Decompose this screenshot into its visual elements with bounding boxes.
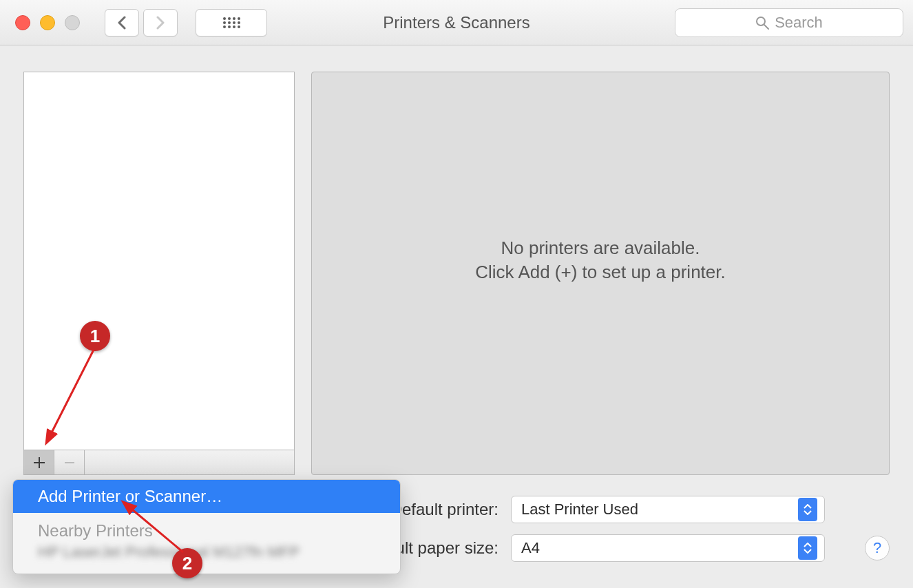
svg-point-5: [228, 21, 231, 24]
annotation-badge-2: 2: [172, 548, 202, 578]
info-line-1: No printers are available.: [501, 236, 700, 260]
svg-point-11: [238, 25, 240, 28]
menu-item-add-printer-or-scanner[interactable]: Add Printer or Scanner…: [13, 480, 400, 513]
svg-point-2: [233, 17, 235, 20]
titlebar: Printers & Scanners Search: [0, 0, 913, 45]
printer-list[interactable]: [23, 72, 295, 450]
info-panel: No printers are available. Click Add (+)…: [311, 72, 890, 475]
menu-heading-nearby-printers: Nearby Printers: [13, 513, 400, 543]
chevron-right-icon: [156, 16, 165, 30]
minus-icon: [63, 456, 76, 469]
paper-size-dropdown[interactable]: A4: [511, 534, 825, 562]
grid-icon: [222, 17, 240, 29]
annotation-badge-1: 1: [80, 321, 110, 351]
svg-point-7: [238, 21, 240, 24]
back-button[interactable]: [105, 9, 139, 36]
info-line-2: Click Add (+) to set up a printer.: [475, 260, 725, 284]
dropdown-arrows-icon: [798, 498, 817, 521]
remove-printer-button: [54, 450, 85, 474]
svg-point-12: [757, 17, 765, 25]
close-button[interactable]: [15, 15, 30, 30]
svg-line-13: [764, 25, 768, 29]
list-toolbar: [23, 450, 295, 475]
default-printer-value: Last Printer Used: [521, 501, 638, 518]
svg-point-10: [233, 25, 235, 28]
menu-item-nearby-printer[interactable]: HP LaserJet Professional M127fn MFP: [13, 543, 400, 561]
search-placeholder: Search: [775, 14, 823, 32]
window-controls: [15, 15, 80, 30]
default-printer-dropdown[interactable]: Last Printer Used: [511, 496, 825, 523]
plus-icon: [33, 456, 45, 469]
svg-point-1: [228, 17, 231, 20]
minimize-button[interactable]: [40, 15, 55, 30]
dropdown-arrows-icon: [798, 536, 817, 560]
help-button[interactable]: ?: [865, 536, 890, 560]
window-title: Printers & Scanners: [383, 13, 529, 32]
svg-point-0: [223, 17, 226, 20]
maximize-button: [65, 15, 80, 30]
search-icon: [755, 16, 769, 30]
toolbar-spacer: [85, 450, 294, 474]
forward-button[interactable]: [143, 9, 178, 36]
svg-point-6: [233, 21, 235, 24]
svg-point-3: [238, 17, 240, 20]
svg-point-4: [223, 21, 226, 24]
svg-point-8: [223, 25, 226, 28]
nav-button-group: [105, 9, 178, 36]
search-input[interactable]: Search: [675, 8, 903, 37]
show-all-button[interactable]: [196, 9, 267, 36]
add-printer-button[interactable]: [24, 450, 54, 474]
add-printer-context-menu: Add Printer or Scanner… Nearby Printers …: [12, 479, 401, 574]
chevron-left-icon: [117, 16, 127, 30]
paper-size-value: A4: [521, 539, 540, 557]
svg-point-9: [228, 25, 231, 28]
